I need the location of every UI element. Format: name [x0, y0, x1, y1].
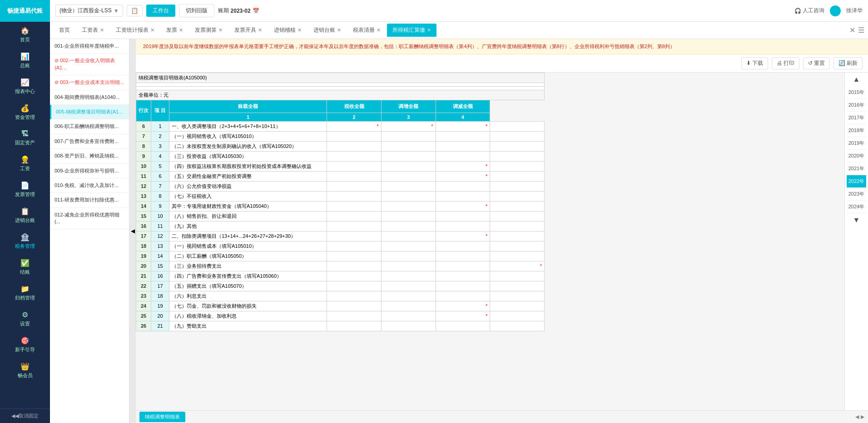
row-c1[interactable]: * — [327, 121, 382, 131]
row-c3[interactable] — [436, 251, 490, 261]
row-c4[interactable] — [490, 291, 545, 301]
tab-发票[interactable]: 发票✕ — [161, 24, 188, 37]
sidebar-item-进销台账[interactable]: 📋进销台账 — [0, 202, 50, 228]
row-c1[interactable] — [327, 311, 382, 321]
row-c4[interactable] — [490, 311, 545, 321]
row-c4[interactable] — [490, 241, 545, 251]
row-c2[interactable] — [381, 201, 436, 211]
support-btn[interactable]: 🎧 人工咨询 — [794, 7, 824, 15]
year-item-2019年[interactable]: 2019年 — [847, 137, 866, 150]
row-c3[interactable]: * — [436, 311, 490, 321]
row-c4[interactable] — [490, 171, 545, 181]
tab-进销台账[interactable]: 进销台账✕ — [308, 24, 347, 37]
row-c1[interactable] — [327, 141, 382, 151]
row-c1[interactable] — [327, 191, 382, 201]
row-c2[interactable] — [381, 241, 436, 251]
row-c3[interactable] — [436, 241, 490, 251]
row-c4[interactable] — [490, 211, 545, 221]
sidebar-item-新手引导[interactable]: 🎯新手引导 — [0, 332, 50, 358]
row-c3[interactable] — [436, 291, 490, 301]
row-c2[interactable] — [381, 141, 436, 151]
refresh-btn[interactable]: 🔄 刷新 — [833, 57, 863, 69]
row-c2[interactable] — [381, 261, 436, 271]
row-c1[interactable] — [327, 301, 382, 311]
tab-close-icon[interactable]: ✕ — [377, 27, 381, 33]
tab-close-icon[interactable]: ✕ — [337, 27, 341, 33]
row-c4[interactable] — [490, 231, 545, 241]
row-c3[interactable] — [436, 211, 490, 221]
row-c1[interactable] — [327, 231, 382, 241]
row-c4[interactable] — [490, 181, 545, 191]
year-up-btn[interactable]: ▲ — [845, 73, 868, 86]
year-item-2021年[interactable]: 2021年 — [847, 162, 866, 175]
row-c2[interactable] — [381, 301, 436, 311]
sidebar-item-畅会员[interactable]: 👑畅会员 — [0, 358, 50, 384]
row-c4[interactable] — [490, 251, 545, 261]
row-c1[interactable] — [327, 161, 382, 171]
row-c3[interactable]: * — [436, 161, 490, 171]
row-c3[interactable] — [436, 151, 490, 161]
row-c3[interactable]: * — [436, 301, 490, 311]
row-c2[interactable] — [381, 271, 436, 281]
copy-btn[interactable]: 📋 — [127, 5, 143, 16]
row-c4[interactable] — [490, 321, 545, 331]
tab-close-icon[interactable]: ✕ — [150, 27, 154, 33]
row-c4[interactable] — [490, 131, 545, 141]
row-c3[interactable]: * — [436, 171, 490, 181]
tab-close-icon[interactable]: ✕ — [258, 27, 262, 33]
row-c2[interactable] — [381, 231, 436, 241]
row-c2[interactable] — [381, 181, 436, 191]
row-c2[interactable] — [381, 291, 436, 301]
row-c4[interactable] — [490, 201, 545, 211]
calendar-icon[interactable]: 📅 — [253, 8, 259, 14]
row-c2[interactable] — [381, 281, 436, 291]
row-c2[interactable] — [381, 311, 436, 321]
row-c1[interactable] — [327, 261, 382, 271]
sheet-scroll[interactable]: 纳税调整项目明细表(A105000)全额单位：元 行次 项 目 账载全额 税收全… — [136, 73, 844, 411]
row-c2[interactable] — [381, 251, 436, 261]
left-panel-item[interactable]: ⊘ 002-一般企业收入明细表(A1... — [50, 54, 129, 75]
year-item-2022年[interactable]: 2022年 — [847, 175, 866, 188]
scroll-right-icon[interactable]: ▶ — [861, 414, 864, 420]
left-panel-item[interactable]: 007-广告费和业务宣传费附... — [50, 134, 129, 149]
print-btn[interactable]: 🖨 打印 — [772, 57, 799, 69]
left-panel-item[interactable]: 005-纳税调整项目明细表(A1... — [50, 105, 129, 119]
row-c2[interactable] — [381, 161, 436, 171]
sidebar-item-结账[interactable]: ✅结账 — [0, 254, 50, 280]
reset-btn[interactable]: ↺ 重置 — [803, 57, 830, 69]
row-c4[interactable] — [490, 161, 545, 171]
left-panel-item[interactable]: ⊘ 003-一般企业成本支出明细... — [50, 75, 129, 90]
sidebar-unpin-btn[interactable]: ◀◀ 取消固定 — [0, 408, 50, 423]
sidebar-item-设置[interactable]: ⚙设置 — [0, 306, 50, 332]
row-c4[interactable] — [490, 191, 545, 201]
left-panel-item[interactable]: 012-减免企业所得税优惠明细(... — [50, 208, 129, 230]
row-c3[interactable]: * — [436, 201, 490, 211]
row-c1[interactable] — [327, 201, 382, 211]
tab-发票测算[interactable]: 发票测算✕ — [189, 24, 228, 37]
left-panel-item[interactable]: 004-期间费用明细表(A1040... — [50, 90, 129, 105]
tab-发票开具[interactable]: 发票开具✕ — [229, 24, 268, 37]
left-panel-item[interactable]: 001-企业所得税年度纳税申... — [50, 39, 129, 54]
sidebar-item-工资[interactable]: 👷工资 — [0, 151, 50, 177]
row-c1[interactable] — [327, 271, 382, 281]
year-item-2024年[interactable]: 2024年 — [847, 201, 866, 213]
row-c3[interactable] — [436, 271, 490, 281]
year-item-2015年[interactable]: 2015年 — [847, 86, 866, 99]
sidebar-item-总账[interactable]: 📊总账 — [0, 48, 50, 74]
year-item-2017年[interactable]: 2017年 — [847, 112, 866, 124]
row-c1[interactable] — [327, 171, 382, 181]
sidebar-item-固定资产[interactable]: 🏗固定资产 — [0, 125, 50, 151]
row-c4[interactable] — [490, 121, 545, 131]
row-c3[interactable]: * — [436, 231, 490, 241]
left-panel-item[interactable]: 008-资产折旧、摊销及纳税... — [50, 149, 129, 163]
year-item-2016年[interactable]: 2016年 — [847, 99, 866, 112]
row-c3[interactable] — [436, 181, 490, 191]
bottom-tab-active[interactable]: 纳税调整明细表 — [139, 412, 185, 422]
sidebar-item-报表中心[interactable]: 📈报表中心 — [0, 74, 50, 99]
tab-税表清册[interactable]: 税表清册✕ — [347, 24, 386, 37]
tab-进销稽核[interactable]: 进销稽核✕ — [268, 24, 307, 37]
tab-close-icon[interactable]: ✕ — [427, 27, 431, 33]
close-all-tabs-btn[interactable]: ✕ — [849, 26, 855, 34]
download-btn[interactable]: ⬇ 下载 — [741, 57, 768, 69]
row-c1[interactable] — [327, 151, 382, 161]
